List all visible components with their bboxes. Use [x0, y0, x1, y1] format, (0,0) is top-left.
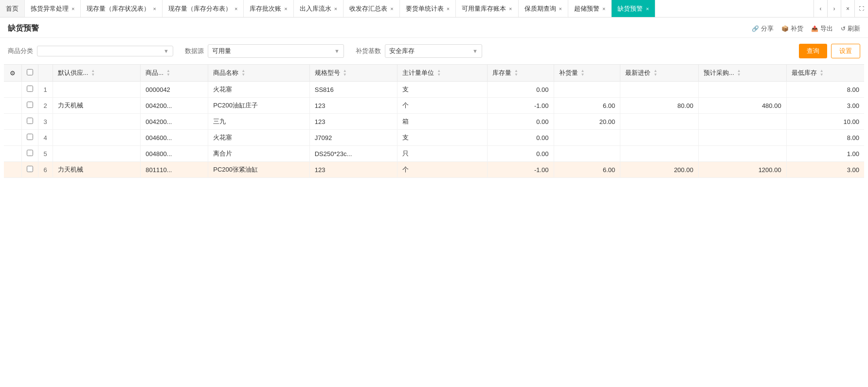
tab-close-icon[interactable]: ×: [447, 6, 450, 12]
stock-cell: 0.00: [487, 146, 554, 162]
tab-label: 收发存汇总表: [349, 4, 387, 13]
replenish-qty-sort-icon: ▲▼: [581, 69, 585, 77]
row-checkbox[interactable]: [27, 102, 33, 108]
replenish-base-select[interactable]: 安全库存 ▼: [385, 44, 482, 58]
query-button[interactable]: 查询: [799, 44, 827, 58]
tab-label: 首页: [6, 4, 18, 13]
row-checkbox[interactable]: [27, 86, 33, 92]
checkbox-cell[interactable]: [21, 98, 38, 114]
product-code-column-header[interactable]: 商品... ▲▼: [141, 65, 208, 82]
row-checkbox[interactable]: [27, 118, 33, 124]
tab-close-icon[interactable]: ×: [509, 6, 512, 12]
tab-close-icon[interactable]: ×: [72, 6, 74, 12]
tab-close-icon[interactable]: ×: [334, 6, 337, 12]
datasource-value: 可用量: [212, 47, 231, 55]
row-checkbox[interactable]: [27, 166, 33, 172]
gear-cell: [4, 82, 21, 98]
select-all-column-header[interactable]: [21, 65, 38, 82]
tab-item-11[interactable]: 缺货预警×: [612, 0, 655, 17]
replenish-qty-cell: [554, 146, 620, 162]
spec-cell: SS816: [309, 82, 397, 98]
tab-label: 现存量（库存状况表）: [87, 4, 150, 13]
product-code-sort-icon: ▲▼: [166, 69, 170, 77]
est-purchase-cell: [698, 130, 786, 146]
tab-close-icon[interactable]: ×: [284, 6, 287, 12]
replenish-base-chevron: ▼: [472, 48, 478, 54]
gear-cell: [4, 130, 21, 146]
spec-cell: DS250*23c...: [309, 146, 397, 162]
unit-cell: 支: [398, 130, 488, 146]
tab-scroll-left[interactable]: ‹: [814, 0, 827, 18]
checkbox-cell[interactable]: [21, 146, 38, 162]
tab-item-9[interactable]: 保质期查询×: [519, 0, 568, 17]
share-button[interactable]: 🔗 分享: [752, 24, 774, 33]
replenish-base-value: 安全库存: [389, 47, 415, 55]
spec-cell: 123: [309, 114, 397, 130]
spec-column-header[interactable]: 规格型号 ▲▼: [309, 65, 397, 82]
checkbox-cell[interactable]: [21, 130, 38, 146]
page-title: 缺货预警: [8, 23, 39, 34]
checkbox-cell[interactable]: [21, 82, 38, 98]
tab-close-all[interactable]: ×: [841, 0, 854, 18]
tab-item-3[interactable]: 现存量（库存分布表）×: [163, 0, 244, 17]
product-name-cell: PC200张紧油缸: [208, 162, 309, 178]
product-name-column-header[interactable]: 商品名称 ▲▼: [208, 65, 309, 82]
tab-item-10[interactable]: 超储预警×: [568, 0, 612, 17]
est-purchase-cell: [698, 114, 786, 130]
row-num-cell: 5: [38, 146, 53, 162]
table-row: 6力天机械801110...PC200张紧油缸123个-1.006.00200.…: [4, 162, 864, 178]
est-purchase-column-header[interactable]: 预计采购... ▲▼: [698, 65, 786, 82]
tab-close-icon[interactable]: ×: [153, 6, 156, 12]
export-icon: 📤: [811, 25, 818, 32]
datasource-select[interactable]: 可用量 ▼: [208, 44, 344, 58]
gear-cell: [4, 146, 21, 162]
min-stock-column-header[interactable]: 最低库存 ▲▼: [786, 65, 864, 82]
min-stock-cell: 3.00: [786, 162, 864, 178]
supplier-cell: 力天机械: [53, 98, 141, 114]
export-button[interactable]: 📤 导出: [811, 24, 833, 33]
unit-column-header[interactable]: 主计量单位 ▲▼: [398, 65, 488, 82]
settings-column-header[interactable]: ⚙: [4, 65, 21, 82]
tab-item-1[interactable]: 拣货异常处理×: [25, 0, 81, 17]
filter-action-buttons: 查询 设置: [799, 44, 860, 58]
stock-column-header[interactable]: 库存量 ▲▼: [487, 65, 554, 82]
tab-close-icon[interactable]: ×: [559, 6, 562, 12]
refresh-button[interactable]: ↺ 刷新: [841, 24, 860, 33]
row-num-cell: 4: [38, 130, 53, 146]
tab-item-7[interactable]: 要货单统计表×: [400, 0, 456, 17]
est-purchase-cell: 1200.00: [698, 162, 786, 178]
tab-expand[interactable]: ⛶: [854, 0, 868, 18]
tab-close-icon[interactable]: ×: [235, 6, 237, 12]
tab-item-0[interactable]: 首页: [0, 0, 25, 17]
gear-cell: [4, 114, 21, 130]
select-all-checkbox[interactable]: [27, 69, 33, 75]
main-content: 缺货预警 🔗 分享 📦 补货 📤 导出 ↺ 刷新 商品分类: [0, 18, 868, 387]
spec-cell: 123: [309, 162, 397, 178]
tab-close-icon[interactable]: ×: [646, 6, 649, 12]
tab-item-2[interactable]: 现存量（库存状况表）×: [81, 0, 162, 17]
tab-label: 拣货异常处理: [31, 4, 69, 13]
replenish-base-label: 补货基数: [356, 47, 381, 55]
replenish-button[interactable]: 📦 补货: [781, 24, 803, 33]
checkbox-cell[interactable]: [21, 114, 38, 130]
tab-close-icon[interactable]: ×: [390, 6, 393, 12]
supplier-column-header[interactable]: 默认供应... ▲▼: [53, 65, 141, 82]
tab-label: 库存批次账: [250, 4, 281, 13]
row-checkbox[interactable]: [27, 134, 33, 140]
row-checkbox[interactable]: [27, 150, 33, 156]
tab-item-5[interactable]: 出入库流水×: [294, 0, 344, 17]
est-purchase-cell: [698, 82, 786, 98]
tab-bar: 首页拣货异常处理×现存量（库存状况表）×现存量（库存分布表）×库存批次账×出入库…: [0, 0, 868, 18]
category-select[interactable]: ▼: [37, 46, 173, 56]
tab-item-8[interactable]: 可用量库存账本×: [456, 0, 518, 17]
tab-item-4[interactable]: 库存批次账×: [244, 0, 293, 17]
settings-button[interactable]: 设置: [831, 44, 860, 58]
tab-item-6[interactable]: 收发存汇总表×: [344, 0, 399, 17]
latest-price-column-header[interactable]: 最新进价 ▲▼: [620, 65, 699, 82]
checkbox-cell[interactable]: [21, 162, 38, 178]
latest-price-cell: [620, 130, 699, 146]
replenish-qty-column-header[interactable]: 补货量 ▲▼: [554, 65, 620, 82]
table-header-row: ⚙ 默认供应... ▲▼: [4, 65, 864, 82]
tab-close-icon[interactable]: ×: [602, 6, 605, 12]
tab-scroll-right[interactable]: ›: [827, 0, 841, 18]
